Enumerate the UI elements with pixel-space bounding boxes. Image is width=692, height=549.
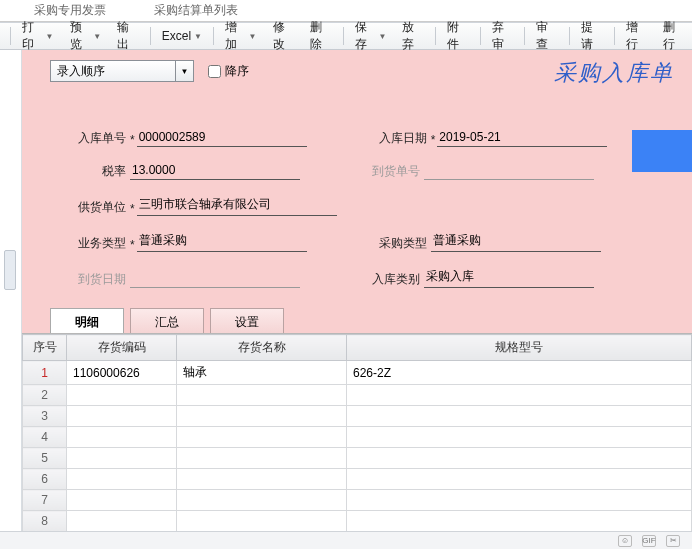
- cell-spec[interactable]: [347, 385, 692, 406]
- row-seq: 4: [23, 427, 67, 448]
- biz-type-label: 业务类型: [70, 235, 130, 252]
- cell-name[interactable]: [177, 448, 347, 469]
- storage-cat-field[interactable]: 采购入库: [424, 268, 594, 288]
- row-seq: 7: [23, 490, 67, 511]
- tab-detail[interactable]: 明细: [50, 308, 124, 336]
- cell-spec[interactable]: [347, 490, 692, 511]
- row-seq: 5: [23, 448, 67, 469]
- row-seq: 6: [23, 469, 67, 490]
- tab-summary[interactable]: 汇总: [130, 308, 204, 336]
- cell-name[interactable]: [177, 490, 347, 511]
- sort-order-select[interactable]: [50, 60, 176, 82]
- gif-icon[interactable]: GIF: [642, 535, 656, 547]
- dropdown-caret-icon: ▼: [249, 32, 257, 41]
- col-name[interactable]: 存货名称: [177, 335, 347, 361]
- receipt-no-field[interactable]: 0000002589: [137, 130, 307, 147]
- cell-spec[interactable]: 626-2Z: [347, 361, 692, 385]
- required-star: *: [130, 202, 135, 216]
- receipt-date-field[interactable]: 2019-05-21: [437, 130, 607, 147]
- purchase-type-field[interactable]: 普通采购: [431, 232, 601, 252]
- dropdown-caret-icon: ▼: [93, 32, 101, 41]
- table-row[interactable]: 2: [23, 385, 692, 406]
- biz-type-field[interactable]: 普通采购: [137, 232, 307, 252]
- supplier-field[interactable]: 三明市联合轴承有限公司: [137, 196, 337, 216]
- storage-cat-label: 入库类别: [364, 271, 424, 288]
- table-row[interactable]: 8: [23, 511, 692, 532]
- receipt-date-label: 入库日期: [371, 130, 431, 147]
- col-seq[interactable]: 序号: [23, 335, 67, 361]
- required-star: *: [130, 238, 135, 252]
- required-star: *: [130, 133, 135, 147]
- row-seq: 3: [23, 406, 67, 427]
- dropdown-caret-icon: ▼: [379, 32, 387, 41]
- cell-spec[interactable]: [347, 427, 692, 448]
- dropdown-caret-icon: ▼: [194, 32, 202, 41]
- cell-spec[interactable]: [347, 511, 692, 532]
- supplier-label: 供货单位: [70, 199, 130, 216]
- table-row[interactable]: 6: [23, 469, 692, 490]
- left-expand-handle[interactable]: [4, 250, 16, 290]
- arrive-no-field[interactable]: [424, 177, 594, 180]
- receipt-no-label: 入库单号: [70, 130, 130, 147]
- cell-name[interactable]: [177, 511, 347, 532]
- status-bar: ☺ GIF ✂: [0, 531, 692, 549]
- cell-code[interactable]: [67, 427, 177, 448]
- cell-spec[interactable]: [347, 406, 692, 427]
- left-rail: [0, 50, 22, 549]
- emoji-icon[interactable]: ☺: [618, 535, 632, 547]
- descending-checkbox-input[interactable]: [208, 65, 221, 78]
- cell-code[interactable]: [67, 448, 177, 469]
- detail-grid: 序号 存货编码 存货名称 规格型号 11106000626轴承626-2Z234…: [22, 334, 692, 531]
- dropdown-caret-icon: ▼: [46, 32, 54, 41]
- page-title: 采购入库单: [554, 58, 674, 88]
- table-row[interactable]: 7: [23, 490, 692, 511]
- purchase-type-label: 采购类型: [371, 235, 431, 252]
- descending-checkbox[interactable]: 降序: [208, 63, 249, 80]
- tax-label: 税率: [70, 163, 130, 180]
- cell-spec[interactable]: [347, 469, 692, 490]
- cell-name[interactable]: [177, 385, 347, 406]
- table-row[interactable]: 4: [23, 427, 692, 448]
- required-star: *: [431, 133, 436, 147]
- main-toolbar: 打印▼ 预览▼ 输出 Excel▼ 增加▼ 修改 删除 保存▼ 放弃 附件 弃审…: [0, 22, 692, 50]
- cell-name[interactable]: [177, 427, 347, 448]
- cell-code[interactable]: [67, 385, 177, 406]
- cell-code[interactable]: 1106000626: [67, 361, 177, 385]
- row-seq: 2: [23, 385, 67, 406]
- row-seq: 8: [23, 511, 67, 532]
- tax-field[interactable]: 13.0000: [130, 163, 300, 180]
- cell-name[interactable]: [177, 406, 347, 427]
- col-spec[interactable]: 规格型号: [347, 335, 692, 361]
- table-row[interactable]: 3: [23, 406, 692, 427]
- detail-tabs: 明细 汇总 设置: [22, 308, 692, 336]
- arrive-date-field[interactable]: [130, 285, 300, 288]
- tab-settings[interactable]: 设置: [210, 308, 284, 336]
- cell-spec[interactable]: [347, 448, 692, 469]
- descending-label: 降序: [225, 63, 249, 80]
- dropdown-caret-icon[interactable]: ▼: [176, 60, 194, 82]
- cell-code[interactable]: [67, 490, 177, 511]
- table-row[interactable]: 5: [23, 448, 692, 469]
- side-panel[interactable]: [632, 130, 692, 172]
- arrive-no-label: 到货单号: [364, 163, 424, 180]
- cell-code[interactable]: [67, 511, 177, 532]
- detail-grid-wrap[interactable]: 序号 存货编码 存货名称 规格型号 11106000626轴承626-2Z234…: [22, 333, 692, 531]
- col-code[interactable]: 存货编码: [67, 335, 177, 361]
- table-row[interactable]: 11106000626轴承626-2Z: [23, 361, 692, 385]
- cell-name[interactable]: 轴承: [177, 361, 347, 385]
- excel-button[interactable]: Excel▼: [155, 25, 209, 47]
- row-seq: 1: [23, 361, 67, 385]
- cell-code[interactable]: [67, 406, 177, 427]
- cell-name[interactable]: [177, 469, 347, 490]
- cell-code[interactable]: [67, 469, 177, 490]
- arrive-date-label: 到货日期: [70, 271, 130, 288]
- scissors-icon[interactable]: ✂: [666, 535, 680, 547]
